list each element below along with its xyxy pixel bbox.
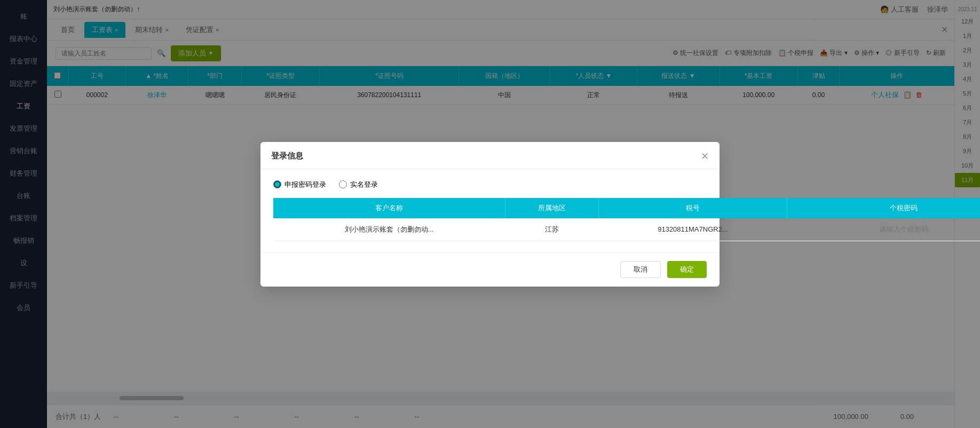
dialog-col-name: 客户名称 (273, 198, 505, 218)
dialog-col-tax-id: 税号 (598, 198, 787, 218)
dialog-footer: 取消 确定 (260, 252, 720, 287)
login-info-dialog: 登录信息 ✕ 申报密码登录 实名登录 客户名称 所属地区 (260, 142, 720, 287)
radio-password-login[interactable]: 申报密码登录 (273, 180, 326, 189)
cancel-button[interactable]: 取消 (620, 261, 661, 278)
dialog-table-row: 刘小艳演示账套（勿删勿动... 江苏 91320811MA7NGR2... (273, 218, 980, 241)
confirm-button[interactable]: 确定 (667, 261, 707, 278)
client-password-input[interactable] (787, 218, 980, 241)
client-name: 刘小艳演示账套（勿删勿动... (273, 218, 505, 241)
dialog-col-password: 个税密码 (787, 198, 980, 218)
dialog-col-region: 所属地区 (505, 198, 598, 218)
dialog-header: 登录信息 ✕ (260, 142, 720, 169)
dialog-overlay: 登录信息 ✕ 申报密码登录 实名登录 客户名称 所属地区 (0, 0, 980, 428)
dialog-title: 登录信息 (271, 151, 303, 161)
client-tax-id: 91320811MA7NGR2... (598, 218, 787, 241)
dialog-client-table: 客户名称 所属地区 税号 个税密码 刘小艳演示账套（勿删勿动... 江苏 913… (273, 198, 980, 241)
client-region: 江苏 (505, 218, 598, 241)
login-type-radio-group: 申报密码登录 实名登录 (273, 180, 707, 189)
dialog-body: 申报密码登录 实名登录 客户名称 所属地区 税号 个税密码 (260, 169, 720, 252)
radio-realname-login[interactable]: 实名登录 (339, 180, 378, 189)
dialog-close-button[interactable]: ✕ (701, 150, 709, 162)
